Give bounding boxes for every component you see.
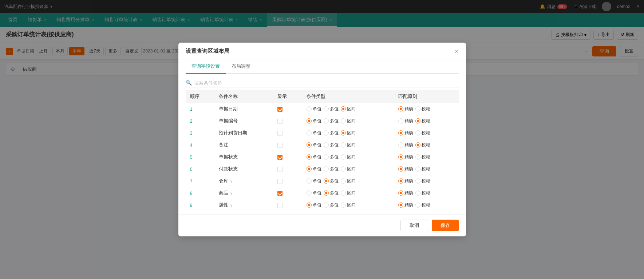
radio-item-区间[interactable]: 区间 — [341, 142, 356, 148]
match-radio-item-精确[interactable]: 精确 — [398, 190, 413, 196]
radio-item-区间[interactable]: 区间 — [341, 154, 356, 160]
modal-tabs: 查询字段设置 布局调整 — [186, 59, 459, 74]
match-radio-item-模糊[interactable]: 模糊 — [415, 106, 430, 112]
row-order: 5 — [186, 151, 214, 163]
match-radio-label: 模糊 — [422, 202, 430, 208]
radio-item-多值[interactable]: 多值 — [324, 106, 339, 112]
match-radio-circle — [398, 178, 403, 184]
match-radio-item-模糊[interactable]: 模糊 — [415, 166, 430, 172]
radio-item-多值[interactable]: 多值 — [324, 130, 339, 136]
modal-tab-query-fields[interactable]: 查询字段设置 — [186, 59, 226, 74]
table-row: 3预计到货日期单值多值区间精确模糊 — [186, 127, 459, 139]
row-display-checkbox[interactable] — [273, 103, 302, 115]
checkbox[interactable] — [277, 107, 283, 112]
radio-circle — [324, 106, 329, 111]
match-radio-item-模糊[interactable]: 模糊 — [415, 190, 430, 196]
radio-item-区间[interactable]: 区间 — [341, 130, 356, 136]
radio-item-区间[interactable]: 区间 — [341, 118, 356, 124]
checkbox[interactable] — [277, 155, 283, 160]
row-display-checkbox[interactable] — [273, 115, 302, 127]
checkbox[interactable] — [277, 179, 283, 184]
match-radio-label: 模糊 — [422, 190, 430, 196]
radio-item-多值[interactable]: 多值 — [324, 166, 339, 172]
row-cond-name: 预计到货日期 — [214, 127, 273, 139]
radio-item-区间[interactable]: 区间 — [341, 106, 356, 112]
radio-item-多值[interactable]: 多值 — [324, 118, 339, 124]
radio-item-单值[interactable]: 单值 — [307, 106, 321, 112]
radio-item-单值[interactable]: 单值 — [307, 166, 321, 172]
radio-label: 区间 — [347, 166, 356, 172]
row-display-checkbox[interactable] — [273, 199, 302, 211]
row-cond-name: 单据日期 — [214, 103, 273, 115]
row-display-checkbox[interactable] — [273, 211, 302, 215]
row-display-checkbox[interactable] — [273, 139, 302, 151]
radio-item-单值[interactable]: 单值 — [307, 190, 321, 196]
radio-item-单值[interactable]: 单值 — [307, 130, 321, 136]
radio-item-多值[interactable]: 多值 — [324, 202, 339, 208]
modal-close-button[interactable]: × — [455, 48, 459, 55]
row-cond-name: 备注 — [214, 139, 273, 151]
match-radio-circle — [415, 142, 420, 148]
radio-item-单值[interactable]: 单值 — [307, 178, 321, 184]
match-radio-item-模糊[interactable]: 模糊 — [415, 130, 430, 136]
radio-item-单值[interactable]: 单值 — [307, 142, 321, 148]
radio-item-区间[interactable]: 区间 — [341, 202, 356, 208]
row-display-checkbox[interactable] — [273, 187, 302, 199]
checkbox[interactable] — [277, 191, 283, 196]
match-radio-item-精确[interactable]: 精确 — [398, 154, 413, 160]
radio-item-单值[interactable]: 单值 — [307, 202, 321, 208]
checkbox[interactable] — [277, 119, 283, 124]
radio-item-单值[interactable]: 单值 — [307, 118, 321, 124]
search-input[interactable] — [194, 80, 267, 86]
match-radio-item-精确[interactable]: 精确 — [398, 202, 413, 208]
match-radio-item-精确[interactable]: 精确 — [398, 142, 413, 148]
row-match-rule: 精确模糊 — [394, 211, 459, 215]
row-display-checkbox[interactable] — [273, 175, 302, 187]
radio-item-多值[interactable]: 多值 — [324, 190, 339, 196]
radio-item-多值[interactable]: 多值 — [324, 154, 339, 160]
match-radio-item-精确[interactable]: 精确 — [398, 178, 413, 184]
match-radio-item-模糊[interactable]: 模糊 — [415, 202, 430, 208]
checkbox[interactable] — [277, 143, 283, 148]
cancel-button[interactable]: 取消 — [400, 220, 428, 231]
radio-circle — [307, 203, 312, 208]
radio-item-多值[interactable]: 多值 — [324, 178, 339, 184]
row-display-checkbox[interactable] — [273, 127, 302, 139]
checkbox[interactable] — [277, 203, 283, 208]
match-radio-item-模糊[interactable]: 模糊 — [415, 142, 430, 148]
radio-item-区间[interactable]: 区间 — [341, 190, 356, 196]
match-radio-item-精确[interactable]: 精确 — [398, 118, 413, 124]
row-match-rule: 精确模糊 — [394, 139, 459, 151]
radio-item-单值[interactable]: 单值 — [307, 154, 321, 160]
match-radio-item-精确[interactable]: 精确 — [398, 130, 413, 136]
row-display-checkbox[interactable] — [273, 163, 302, 175]
match-radio-item-模糊[interactable]: 模糊 — [415, 154, 430, 160]
match-radio-label: 精确 — [404, 142, 413, 148]
radio-label: 多值 — [330, 190, 339, 196]
radio-item-区间[interactable]: 区间 — [341, 166, 356, 172]
match-radio-item-精确[interactable]: 精确 — [398, 166, 413, 172]
match-radio-label: 模糊 — [422, 154, 430, 160]
radio-item-多值[interactable]: 多值 — [324, 142, 339, 148]
radio-circle — [341, 154, 346, 160]
radio-item-区间[interactable]: 区间 — [341, 178, 356, 184]
match-radio-item-精确[interactable]: 精确 — [398, 106, 413, 112]
search-box: 🔍 — [186, 78, 459, 87]
row-cond-type: 单值多值区间 — [302, 187, 394, 199]
match-radio-item-模糊[interactable]: 模糊 — [415, 118, 430, 124]
match-radio-label: 模糊 — [422, 106, 430, 112]
checkbox[interactable] — [277, 131, 283, 136]
match-radio-circle — [398, 118, 403, 123]
save-button[interactable]: 保存 — [432, 220, 459, 231]
row-display-checkbox[interactable] — [273, 151, 302, 163]
radio-circle — [324, 166, 329, 172]
radio-label: 区间 — [347, 178, 356, 184]
checkbox[interactable] — [277, 167, 283, 172]
table-scroll-area: 顺序 条件名称 显示 条件类型 匹配原则 1单据日期单值多值区间精确模糊2单据编… — [186, 90, 459, 214]
match-radio-item-模糊[interactable]: 模糊 — [415, 178, 430, 184]
modal-tab-layout[interactable]: 布局调整 — [226, 59, 256, 74]
radio-circle — [307, 190, 312, 196]
table-row: 10有无商品图片单值多值区间精确模糊 — [186, 211, 459, 215]
match-radio-label: 模糊 — [422, 142, 430, 148]
match-radio-label: 精确 — [404, 190, 413, 196]
